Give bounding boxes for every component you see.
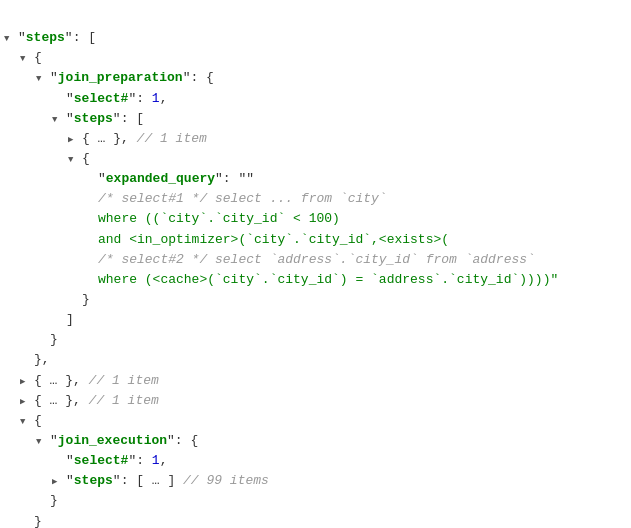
toggle-icon [52, 89, 66, 109]
json-line[interactable]: { [4, 149, 627, 169]
json-line[interactable]: "join_execution": { [4, 431, 627, 451]
line-content: "select#": 1, [66, 451, 627, 471]
line-content: }, [34, 350, 627, 370]
toggle-icon[interactable] [68, 149, 82, 169]
json-line: "select#": 1, [4, 89, 627, 109]
json-punctuation: " [66, 91, 74, 106]
json-punctuation: " [50, 70, 58, 85]
json-punctuation: " [66, 111, 74, 126]
json-punctuation: }, [34, 352, 50, 367]
toggle-icon [68, 290, 82, 310]
json-line[interactable]: { [4, 48, 627, 68]
line-content: } [34, 512, 627, 528]
json-number: 1 [152, 453, 160, 468]
json-punctuation: { … }, [34, 373, 81, 388]
json-key: steps [74, 473, 113, 488]
json-line: ] [4, 310, 627, 330]
toggle-icon[interactable] [36, 68, 50, 88]
json-punctuation: " [98, 171, 106, 186]
json-line: } [4, 290, 627, 310]
json-line: where ((`city`.`city_id` < 100) [4, 209, 627, 229]
json-line: /* select#1 */ select ... from `city` [4, 189, 627, 209]
json-comment: // 1 item [81, 393, 159, 408]
json-line[interactable]: "steps": [ [4, 28, 627, 48]
toggle-icon[interactable] [20, 391, 34, 411]
json-comment: // 1 item [129, 131, 207, 146]
json-punctuation: } [82, 292, 90, 307]
json-punctuation: ] [66, 312, 74, 327]
json-punctuation: { [82, 151, 90, 166]
toggle-icon[interactable] [20, 411, 34, 431]
toggle-icon[interactable] [52, 109, 66, 129]
json-punctuation: " [66, 453, 74, 468]
toggle-icon [52, 310, 66, 330]
json-line[interactable]: "steps": [ … ] // 99 items [4, 471, 627, 491]
json-number: 1 [152, 91, 160, 106]
json-punctuation: { … }, [82, 131, 129, 146]
json-line: "select#": 1, [4, 451, 627, 471]
line-content: ] [66, 310, 627, 330]
toggle-icon[interactable] [68, 129, 82, 149]
line-content: } [82, 290, 627, 310]
toggle-icon[interactable] [36, 431, 50, 451]
sql-text: where ((`city`.`city_id` < 100) [98, 211, 340, 226]
toggle-icon[interactable] [4, 28, 18, 48]
toggle-icon [84, 250, 98, 270]
line-content: { [34, 411, 627, 431]
line-content: "steps": [ [66, 109, 627, 129]
json-line[interactable]: { [4, 411, 627, 431]
line-content: /* select#2 */ select `address`.`city_id… [98, 250, 627, 270]
line-content: } [50, 330, 627, 350]
line-content: where ((`city`.`city_id` < 100) [98, 209, 627, 229]
line-content: { [82, 149, 627, 169]
json-line: } [4, 512, 627, 528]
toggle-icon [84, 270, 98, 290]
json-line: }, [4, 350, 627, 370]
json-line: } [4, 491, 627, 511]
json-comment: /* select#1 */ select ... from `city` [98, 191, 387, 206]
line-content: } [50, 491, 627, 511]
toggle-icon[interactable] [20, 48, 34, 68]
sql-text: where (<cache>(`city`.`city_id`) = `addr… [98, 272, 558, 287]
json-punctuation: " [18, 30, 26, 45]
json-key: select# [74, 453, 129, 468]
json-punctuation: ": "" [215, 171, 254, 186]
line-content: { … }, // 1 item [82, 129, 627, 149]
json-key: select# [74, 91, 129, 106]
line-content: "steps": [ [18, 28, 627, 48]
json-line: /* select#2 */ select `address`.`city_id… [4, 250, 627, 270]
json-line[interactable]: { … }, // 1 item [4, 129, 627, 149]
line-content: "join_preparation": { [50, 68, 627, 88]
json-line[interactable]: { … }, // 1 item [4, 391, 627, 411]
toggle-icon [36, 491, 50, 511]
json-punctuation: { [34, 50, 42, 65]
json-comment: /* select#2 */ select `address`.`city_id… [98, 252, 535, 267]
json-comment: // 1 item [81, 373, 159, 388]
toggle-icon[interactable] [20, 371, 34, 391]
toggle-icon [20, 350, 34, 370]
json-comment: // 99 items [175, 473, 269, 488]
json-punctuation: ": { [167, 433, 198, 448]
json-punctuation: , [160, 453, 168, 468]
json-punctuation: } [34, 514, 42, 528]
json-punctuation: } [50, 493, 58, 508]
line-content: /* select#1 */ select ... from `city` [98, 189, 627, 209]
json-line: where (<cache>(`city`.`city_id`) = `addr… [4, 270, 627, 290]
json-punctuation: ": [128, 91, 151, 106]
json-line[interactable]: "join_preparation": { [4, 68, 627, 88]
toggle-icon [84, 169, 98, 189]
json-line[interactable]: { … }, // 1 item [4, 371, 627, 391]
json-punctuation: ": [ … ] [113, 473, 175, 488]
json-line[interactable]: "steps": [ [4, 109, 627, 129]
toggle-icon [52, 451, 66, 471]
json-key: join_preparation [58, 70, 183, 85]
line-content: { … }, // 1 item [34, 371, 627, 391]
json-key: steps [26, 30, 65, 45]
toggle-icon [36, 330, 50, 350]
json-punctuation: , [160, 91, 168, 106]
line-content: "select#": 1, [66, 89, 627, 109]
toggle-icon[interactable] [52, 471, 66, 491]
toggle-icon [84, 209, 98, 229]
json-line: } [4, 330, 627, 350]
json-punctuation: { … }, [34, 393, 81, 408]
